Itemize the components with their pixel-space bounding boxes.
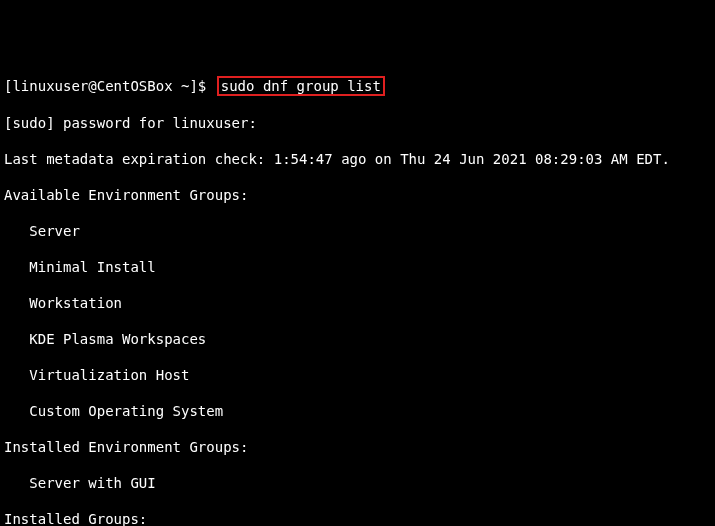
avail-env-header: Available Environment Groups: — [4, 186, 711, 204]
installed-groups-header: Installed Groups: — [4, 510, 711, 526]
metadata-line: Last metadata expiration check: 1:54:47 … — [4, 150, 711, 168]
shell-prompt: [linuxuser@CentOSBox ~]$ — [4, 78, 206, 94]
group-item: Virtualization Host — [4, 366, 711, 384]
group-item: Custom Operating System — [4, 402, 711, 420]
installed-env-header: Installed Environment Groups: — [4, 438, 711, 456]
group-item: Workstation — [4, 294, 711, 312]
group-item: Server with GUI — [4, 474, 711, 492]
group-item: Minimal Install — [4, 258, 711, 276]
sudo-password-prompt: [sudo] password for linuxuser: — [4, 114, 711, 132]
group-item: Server — [4, 222, 711, 240]
command-highlight: sudo dnf group list — [217, 76, 385, 96]
group-item: KDE Plasma Workspaces — [4, 330, 711, 348]
command-text: sudo dnf group list — [221, 78, 381, 94]
prompt-line-1: [linuxuser@CentOSBox ~]$ sudo dnf group … — [4, 76, 711, 96]
